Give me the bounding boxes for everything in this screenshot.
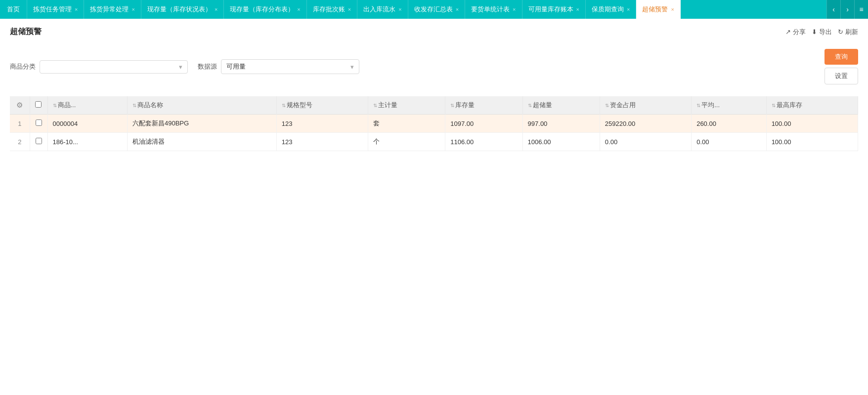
filter-buttons: 查询 设置 <box>825 49 858 84</box>
page-title: 超储预警 <box>10 27 42 37</box>
col-capital-header: ⇅资金占用 <box>600 96 691 115</box>
table-row: 2 186-10... 机油滤清器 123 个 1106.00 1006.00 … <box>10 133 858 151</box>
page-content: 超储预警 ↗ 分享 ⬇ 导出 ↻ 刷新 商品分类 ▾ 数据源 <box>0 19 868 395</box>
row-number: 1 <box>10 115 30 133</box>
col-spec-header: ⇅规格型号 <box>276 96 368 115</box>
row-checkbox-cell <box>30 115 47 133</box>
tab-label: 超储预警 <box>642 5 668 14</box>
select-all-checkbox[interactable] <box>35 101 42 108</box>
gear-icon[interactable]: ⚙ <box>15 101 25 110</box>
col-maxstock-header: ⇅最高库存 <box>766 96 858 115</box>
page-header: 超储预警 ↗ 分享 ⬇ 导出 ↻ 刷新 <box>10 27 858 37</box>
row-unit: 个 <box>368 133 445 151</box>
col-overflow-header: ⇅超储量 <box>522 96 600 115</box>
nav-tab-tab-2[interactable]: 拣货异常处理× <box>84 0 141 19</box>
row-avg: 0.00 <box>692 133 766 151</box>
row-capital: 0.00 <box>600 133 691 151</box>
sort-icon: ⇅ <box>53 103 57 108</box>
row-unit: 套 <box>368 115 445 133</box>
nav-tab-tab-1[interactable]: 拣货任务管理× <box>27 0 84 19</box>
tab-label: 要货单统计表 <box>471 5 510 14</box>
row-capital: 259220.00 <box>600 115 691 133</box>
row-checkbox[interactable] <box>36 138 42 144</box>
refresh-icon: ↻ <box>838 28 843 36</box>
share-label: 分享 <box>793 28 806 37</box>
tab-close-icon[interactable]: × <box>456 6 459 12</box>
tab-close-icon[interactable]: × <box>297 6 300 12</box>
row-overflow: 1006.00 <box>522 133 600 151</box>
sort-icon-overflow: ⇅ <box>528 103 532 108</box>
row-stock: 1106.00 <box>445 133 522 151</box>
export-label: 导出 <box>819 28 832 37</box>
tab-close-icon[interactable]: × <box>671 6 674 12</box>
row-stock: 1097.00 <box>445 115 522 133</box>
col-stock-header: ⇅库存量 <box>445 96 522 115</box>
tab-label: 库存批次账 <box>313 5 345 14</box>
data-table: ⚙ ⇅商品... ⇅商品名称 ⇅规格型号 ⇅主计量 ⇅库存量 <box>10 96 858 151</box>
sort-icon-spec: ⇅ <box>282 103 286 108</box>
nav-tab-tab-7[interactable]: 收发存汇总表× <box>408 0 465 19</box>
tab-close-icon[interactable]: × <box>75 6 78 12</box>
tab-label: 出入库流水 <box>363 5 395 14</box>
export-button[interactable]: ⬇ 导出 <box>812 28 832 37</box>
col-checkbox-header <box>30 96 47 115</box>
tab-close-icon[interactable]: × <box>131 6 134 12</box>
row-spec: 123 <box>276 115 368 133</box>
col-unit-header: ⇅主计量 <box>368 96 445 115</box>
row-avg: 260.00 <box>692 115 766 133</box>
col-settings: ⚙ <box>10 96 30 115</box>
nav-prev-button[interactable]: ‹ <box>826 0 840 19</box>
table-header: ⚙ ⇅商品... ⇅商品名称 ⇅规格型号 ⇅主计量 ⇅库存量 <box>10 96 858 115</box>
nav-tab-tab-8[interactable]: 要货单统计表× <box>465 0 522 19</box>
tab-close-icon[interactable]: × <box>398 6 401 12</box>
settings-button[interactable]: 设置 <box>825 68 858 84</box>
query-button[interactable]: 查询 <box>825 49 858 65</box>
category-label: 商品分类 <box>10 62 36 71</box>
tab-label: 保质期查询 <box>592 5 624 14</box>
nav-tab-tab-3[interactable]: 现存量（库存状况表）× <box>141 0 224 19</box>
nav-tab-tab-4[interactable]: 现存量（库存分布表）× <box>224 0 306 19</box>
top-navigation: 首页 拣货任务管理×拣货异常处理×现存量（库存状况表）×现存量（库存分布表）×库… <box>0 0 868 19</box>
nav-tab-tab-6[interactable]: 出入库流水× <box>357 0 408 19</box>
tab-close-icon[interactable]: × <box>348 6 351 12</box>
row-name: 六配套新昌490BPG <box>127 115 276 133</box>
refresh-label: 刷新 <box>845 28 858 37</box>
tab-close-icon[interactable]: × <box>576 6 579 12</box>
nav-tab-tab-11[interactable]: 超储预警× <box>636 0 680 19</box>
sort-icon-capital: ⇅ <box>605 103 609 108</box>
nav-home[interactable]: 首页 <box>0 0 27 19</box>
tab-close-icon[interactable]: × <box>513 6 516 12</box>
datasource-chevron-icon: ▾ <box>350 63 354 71</box>
tab-label: 现存量（库存状况表） <box>147 5 212 14</box>
nav-tab-tab-10[interactable]: 保质期查询× <box>586 0 636 19</box>
refresh-button[interactable]: ↻ 刷新 <box>838 28 858 37</box>
table-body: 1 0000004 六配套新昌490BPG 123 套 1097.00 997.… <box>10 115 858 151</box>
sort-icon-maxstock: ⇅ <box>772 103 776 108</box>
sort-icon-avg: ⇅ <box>696 103 700 108</box>
category-chevron-icon: ▾ <box>179 63 182 71</box>
row-checkbox[interactable] <box>36 119 42 126</box>
tab-label: 拣货异常处理 <box>90 5 129 14</box>
share-button[interactable]: ↗ 分享 <box>785 28 806 37</box>
row-checkbox-cell <box>30 133 47 151</box>
row-name: 机油滤清器 <box>127 133 276 151</box>
tab-label: 拣货任务管理 <box>33 5 72 14</box>
sort-icon-stock: ⇅ <box>450 103 454 108</box>
col-name-header: ⇅商品名称 <box>127 96 276 115</box>
tab-close-icon[interactable]: × <box>627 6 630 12</box>
nav-next-button[interactable]: › <box>840 0 854 19</box>
tab-close-icon[interactable]: × <box>215 6 217 12</box>
category-select[interactable]: ▾ <box>40 60 188 74</box>
row-spec: 123 <box>276 133 368 151</box>
row-overflow: 997.00 <box>522 115 600 133</box>
sort-icon-name: ⇅ <box>132 103 136 108</box>
row-code: 186-10... <box>47 133 127 151</box>
nav-tab-tab-9[interactable]: 可用量库存账本× <box>522 0 586 19</box>
row-number: 2 <box>10 133 30 151</box>
row-maxstock: 100.00 <box>766 115 858 133</box>
page-actions: ↗ 分享 ⬇ 导出 ↻ 刷新 <box>785 28 858 37</box>
datasource-select[interactable]: 可用量 ▾ <box>221 59 359 74</box>
nav-tab-tab-5[interactable]: 库存批次账× <box>307 0 357 19</box>
table-row: 1 0000004 六配套新昌490BPG 123 套 1097.00 997.… <box>10 115 858 133</box>
nav-menu-button[interactable]: ≡ <box>854 0 868 19</box>
